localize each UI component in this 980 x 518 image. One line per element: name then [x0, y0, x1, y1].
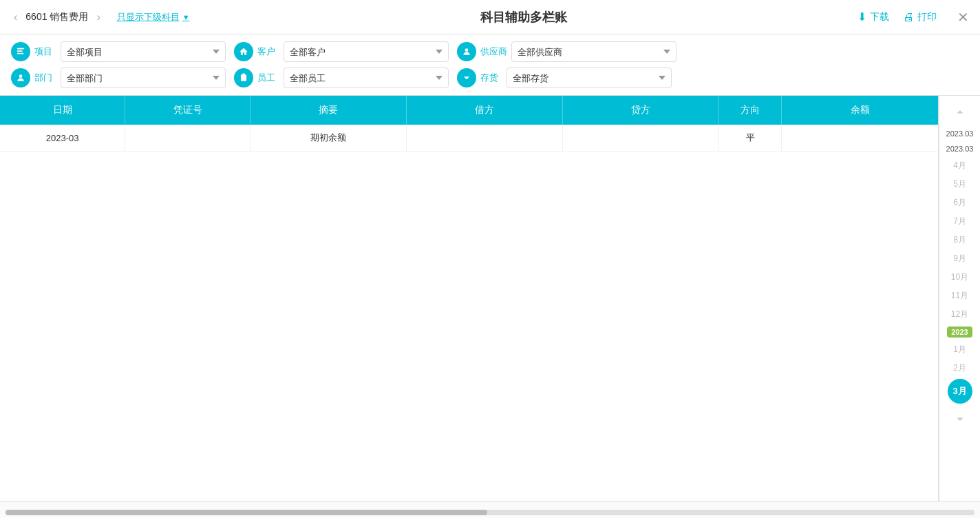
download-button[interactable]: ⬇ 下载	[858, 10, 889, 23]
employee-icon	[234, 68, 253, 87]
sidebar-month-9[interactable]: 9月	[939, 249, 980, 268]
show-sub-link[interactable]: 只显示下级科目 ▼	[117, 11, 190, 23]
svg-rect-2	[17, 53, 24, 54]
customer-label: 客户	[257, 45, 279, 58]
sidebar-months-section: 2023.03 2023.03 4月 5月 6月 7月 8月 9月 10月 11…	[939, 126, 980, 405]
toolbar-right: ⬇ 下载 🖨 打印 ✕	[858, 9, 969, 25]
right-sidebar: 2023.03 2023.03 4月 5月 6月 7月 8月 9月 10月 11…	[939, 96, 980, 501]
filter-row-1: 项目 全部项目 客户 全部客户 供应商 全部供应商	[11, 41, 969, 62]
sidebar-month-11[interactable]: 11月	[939, 287, 980, 305]
bottom-scrollbar-bar	[0, 501, 980, 518]
col-header-summary: 摘要	[250, 96, 406, 125]
horizontal-scrollbar[interactable]	[6, 510, 974, 515]
project-label: 项目	[34, 45, 56, 58]
employee-filter: 员工 全部员工	[234, 68, 449, 88]
chevron-down-icon: ▼	[182, 13, 190, 21]
sidebar-scroll-up-button[interactable]	[949, 101, 971, 123]
inventory-label: 存货	[480, 72, 502, 84]
sidebar-month-1[interactable]: 1月	[939, 340, 980, 359]
table-area: 日期 凭证号 摘要 借方 贷方 方向 余额 2023-03 期初余额 平	[0, 96, 939, 501]
col-header-date: 日期	[0, 96, 125, 125]
supplier-select[interactable]: 全部供应商	[511, 41, 677, 62]
filter-row-2: 部门 全部部门 员工 全部员工 存货 全部存货	[11, 68, 969, 88]
sidebar-month-7[interactable]: 7月	[939, 212, 980, 231]
show-sub-label: 只显示下级科目	[117, 11, 180, 23]
dept-filter: 部门 全部部门	[11, 68, 226, 88]
dept-select[interactable]: 全部部门	[61, 68, 226, 88]
dept-label: 部门	[34, 72, 56, 84]
svg-rect-0	[17, 48, 25, 50]
employee-label: 员工	[257, 72, 279, 84]
customer-icon	[234, 42, 253, 61]
sidebar-month-8[interactable]: 8月	[939, 231, 980, 249]
download-label: 下载	[870, 11, 889, 23]
horizontal-scrollbar-thumb[interactable]	[6, 510, 487, 515]
supplier-filter: 供应商 全部供应商	[457, 41, 677, 62]
cell-date: 2023-03	[0, 125, 125, 152]
print-label: 打印	[917, 11, 937, 23]
svg-rect-1	[17, 50, 23, 52]
col-header-debit: 借方	[407, 96, 563, 125]
svg-rect-5	[241, 74, 246, 81]
sidebar-month-2[interactable]: 2月	[939, 359, 980, 377]
cell-summary: 期初余额	[250, 125, 406, 152]
cell-credit	[563, 125, 719, 152]
sidebar-month-3-active[interactable]: 3月	[948, 379, 972, 404]
cell-voucher	[125, 125, 251, 152]
sidebar-month-4[interactable]: 4月	[939, 156, 980, 175]
customer-select[interactable]: 全部客户	[284, 41, 449, 62]
supplier-label: 供应商	[480, 45, 507, 58]
sidebar-month-5[interactable]: 5月	[939, 175, 980, 194]
cell-balance	[782, 125, 938, 152]
svg-point-3	[465, 48, 469, 52]
project-select[interactable]: 全部项目	[61, 41, 226, 62]
col-header-voucher: 凭证号	[125, 96, 251, 125]
account-code-label: 6601 销售费用	[25, 11, 88, 23]
table-row: 2023-03 期初余额 平	[0, 125, 938, 152]
sidebar-month-2023-03-top[interactable]: 2023.03	[939, 126, 980, 141]
employee-select[interactable]: 全部员工	[284, 68, 449, 88]
inventory-icon	[457, 68, 476, 87]
sidebar-scroll-down-button[interactable]	[949, 408, 971, 430]
cell-debit	[407, 125, 563, 152]
col-header-credit: 贷方	[563, 96, 719, 125]
dept-icon	[11, 68, 30, 87]
sidebar-month-12[interactable]: 12月	[939, 305, 980, 324]
filter-area: 项目 全部项目 客户 全部客户 供应商 全部供应商	[0, 34, 980, 96]
sidebar-month-2023-03-sub[interactable]: 2023.03	[939, 141, 980, 156]
inventory-select[interactable]: 全部存货	[507, 68, 672, 88]
close-button[interactable]: ✕	[957, 9, 969, 25]
prev-account-button[interactable]: ‹	[11, 11, 20, 23]
sidebar-year-badge[interactable]: 2023	[947, 327, 972, 338]
project-icon	[11, 42, 30, 61]
page-title: 科目辅助多栏账	[190, 9, 858, 25]
download-icon: ⬇	[858, 10, 866, 23]
main-content: 日期 凭证号 摘要 借方 贷方 方向 余额 2023-03 期初余额 平	[0, 96, 980, 501]
next-account-button[interactable]: ›	[94, 11, 103, 23]
svg-rect-6	[242, 74, 245, 75]
inventory-filter: 存货 全部存货	[457, 68, 672, 88]
cell-direction: 平	[719, 125, 782, 152]
supplier-icon	[457, 42, 476, 61]
col-header-balance: 余额	[782, 96, 938, 125]
svg-point-4	[19, 74, 23, 78]
project-filter: 项目 全部项目	[11, 41, 226, 62]
sidebar-month-10[interactable]: 10月	[939, 268, 980, 287]
top-bar: ‹ 6601 销售费用 › 只显示下级科目 ▼ 科目辅助多栏账 ⬇ 下载 🖨 打…	[0, 0, 980, 34]
print-button[interactable]: 🖨 打印	[903, 11, 937, 23]
ledger-table: 日期 凭证号 摘要 借方 贷方 方向 余额 2023-03 期初余额 平	[0, 96, 938, 152]
col-header-direction: 方向	[719, 96, 782, 125]
print-icon: 🖨	[903, 11, 914, 23]
sidebar-month-6[interactable]: 6月	[939, 194, 980, 212]
customer-filter: 客户 全部客户	[234, 41, 449, 62]
